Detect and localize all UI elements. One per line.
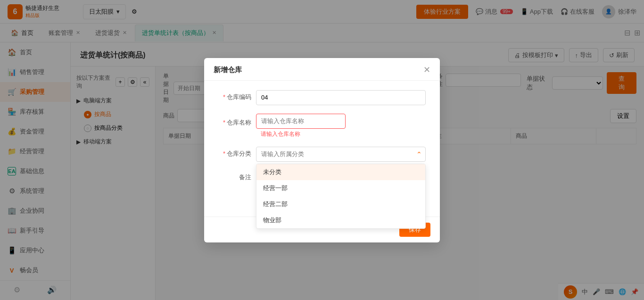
category-wrapper: ⌃ 未分类 经营一部 经营二部 物业部	[256, 147, 426, 162]
modal-overlay[interactable]: 新增仓库 ✕ 仓库编码 仓库名称 请输入仓库名称 仓库分类	[0, 0, 644, 300]
name-error-msg: 请输入仓库名称	[261, 130, 300, 138]
category-dropdown: 未分类 经营一部 经营二部 物业部	[256, 164, 426, 229]
modal-header: 新增仓库 ✕	[204, 58, 440, 81]
dropdown-item-dept2[interactable]: 经营二部	[256, 196, 425, 212]
form-row-code: 仓库编码	[218, 90, 426, 105]
dropdown-toggle-button[interactable]: ⌃	[416, 150, 422, 158]
dropdown-item-uncategorized[interactable]: 未分类	[256, 164, 425, 180]
modal-title: 新增仓库	[214, 66, 242, 75]
dropdown-item-dept1[interactable]: 经营一部	[256, 180, 425, 196]
dropdown-item-dept3[interactable]: 物业部	[256, 212, 425, 228]
category-input[interactable]	[256, 147, 426, 162]
code-input[interactable]	[256, 90, 426, 105]
name-label: 仓库名称	[218, 116, 256, 127]
remark-label: 备注	[218, 170, 256, 182]
category-label: 仓库分类	[218, 147, 256, 158]
name-input[interactable]	[256, 114, 346, 129]
form-row-category: 仓库分类 ⌃ 未分类 经营一部 经营二部 物业部	[218, 147, 426, 162]
modal-body: 仓库编码 仓库名称 请输入仓库名称 仓库分类 ⌃ 未分类	[204, 81, 440, 217]
modal-new-warehouse: 新增仓库 ✕ 仓库编码 仓库名称 请输入仓库名称 仓库分类	[204, 58, 440, 242]
modal-close-button[interactable]: ✕	[423, 66, 430, 74]
code-label: 仓库编码	[218, 90, 256, 101]
form-row-name: 仓库名称 请输入仓库名称	[218, 114, 426, 138]
